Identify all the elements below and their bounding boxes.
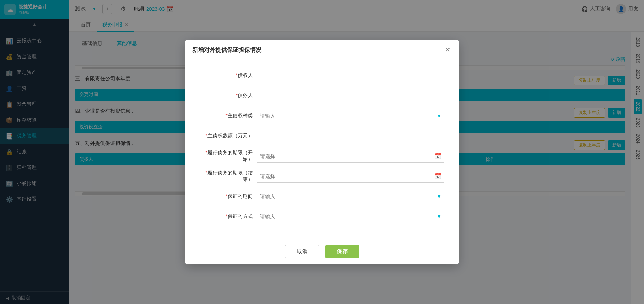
dialog-overlay: 新增对外提供保证担保情况 ✕ *债权人 *债务人 *主债权种类 <box>0 0 644 304</box>
claim-type-input[interactable] <box>257 109 444 122</box>
form-label-debtor: *债务人 <box>200 92 257 99</box>
form-label-guarantee-period: *保证的期间 <box>200 193 257 200</box>
period-end-date[interactable]: 📅 <box>257 170 444 183</box>
form-field-period-end: *履行债务的期限（结束） 📅 <box>200 170 444 183</box>
period-end-input[interactable] <box>257 170 444 182</box>
period-start-input[interactable] <box>257 150 444 162</box>
form-field-claim-amount: *主债权数额（万元） <box>200 130 444 142</box>
cancel-button[interactable]: 取消 <box>285 245 319 258</box>
dialog-close-button[interactable]: ✕ <box>443 46 452 54</box>
form-field-creditor: *债权人 <box>200 69 444 82</box>
form-field-guarantee-method: *保证的方式 ▼ <box>200 210 444 223</box>
form-label-period-start: *履行债务的期限（开始） <box>200 150 257 163</box>
dialog-title: 新增对外提供保证担保情况 <box>192 46 261 54</box>
calendar-start-icon[interactable]: 📅 <box>434 153 442 159</box>
period-start-date[interactable]: 📅 <box>257 150 444 163</box>
save-button[interactable]: 保存 <box>325 245 359 258</box>
form-label-claim-type: *主债权种类 <box>200 113 257 119</box>
dialog-body[interactable]: *债权人 *债务人 *主债权种类 ▼ <box>185 60 459 239</box>
calendar-end-icon[interactable]: 📅 <box>434 173 442 180</box>
creditor-input[interactable] <box>257 69 444 82</box>
guarantee-period-input[interactable] <box>257 190 444 203</box>
form-label-creditor: *债权人 <box>200 72 257 79</box>
form-field-guarantee-period: *保证的期间 ▼ <box>200 190 444 203</box>
dialog: 新增对外提供保证担保情况 ✕ *债权人 *债务人 *主债权种类 <box>185 40 459 264</box>
guarantee-method-input[interactable] <box>257 210 444 223</box>
form-field-claim-type: *主债权种类 ▼ <box>200 109 444 122</box>
form-field-period-start: *履行债务的期限（开始） 📅 <box>200 150 444 163</box>
form-field-debtor: *债务人 <box>200 89 444 102</box>
guarantee-period-select[interactable]: ▼ <box>257 190 444 203</box>
debtor-input[interactable] <box>257 89 444 102</box>
dialog-footer: 取消 保存 <box>185 239 459 264</box>
form-label-claim-amount: *主债权数额（万元） <box>200 133 257 139</box>
dialog-header: 新增对外提供保证担保情况 ✕ <box>185 40 459 60</box>
form-label-guarantee-method: *保证的方式 <box>200 213 257 220</box>
claim-amount-input[interactable] <box>257 130 444 142</box>
claim-type-select[interactable]: ▼ <box>257 109 444 122</box>
form-label-period-end: *履行债务的期限（结束） <box>200 170 257 183</box>
guarantee-method-select[interactable]: ▼ <box>257 210 444 223</box>
